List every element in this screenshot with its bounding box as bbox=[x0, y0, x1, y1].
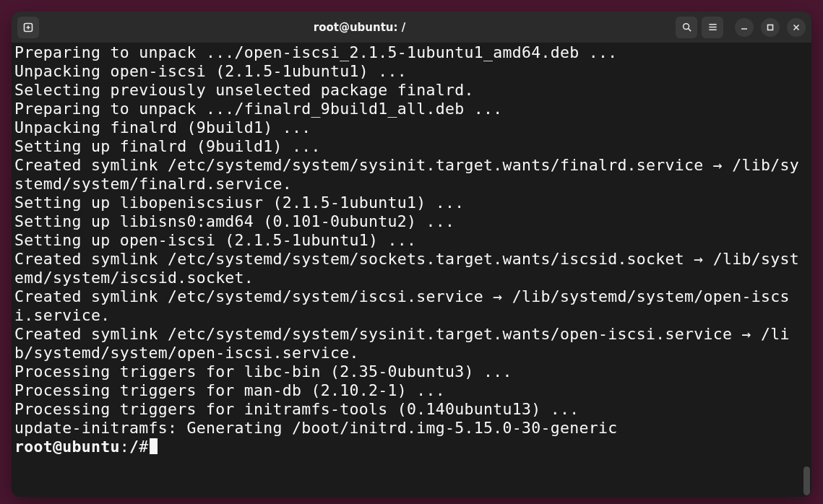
svg-line-4 bbox=[688, 29, 691, 32]
search-icon bbox=[681, 22, 692, 32]
terminal-body[interactable]: Preparing to unpack .../open-iscsi_2.1.5… bbox=[12, 43, 811, 497]
close-icon bbox=[792, 23, 801, 32]
svg-rect-9 bbox=[768, 25, 773, 30]
prompt-tail: # bbox=[139, 438, 148, 456]
scrollbar-thumb[interactable] bbox=[803, 466, 810, 495]
prompt-path: / bbox=[129, 438, 139, 456]
search-button[interactable] bbox=[676, 17, 697, 38]
svg-point-3 bbox=[683, 24, 689, 30]
hamburger-icon bbox=[707, 22, 718, 32]
prompt: root@ubuntu:/# bbox=[14, 438, 148, 456]
close-button[interactable] bbox=[787, 18, 806, 37]
new-tab-icon bbox=[22, 22, 34, 33]
titlebar: root@ubuntu: / bbox=[12, 12, 811, 43]
cursor bbox=[150, 438, 158, 454]
maximize-button[interactable] bbox=[761, 18, 780, 37]
prompt-user: root@ubuntu bbox=[14, 438, 120, 456]
terminal-window: root@ubuntu: / bbox=[12, 12, 811, 497]
maximize-icon bbox=[766, 23, 775, 32]
minimize-icon bbox=[740, 23, 749, 32]
menu-button[interactable] bbox=[702, 17, 723, 38]
window-title: root@ubuntu: / bbox=[43, 21, 676, 34]
new-tab-button[interactable] bbox=[17, 17, 39, 38]
minimize-button[interactable] bbox=[735, 18, 754, 37]
titlebar-right bbox=[676, 17, 806, 38]
terminal-output: Preparing to unpack .../open-iscsi_2.1.5… bbox=[14, 43, 799, 437]
